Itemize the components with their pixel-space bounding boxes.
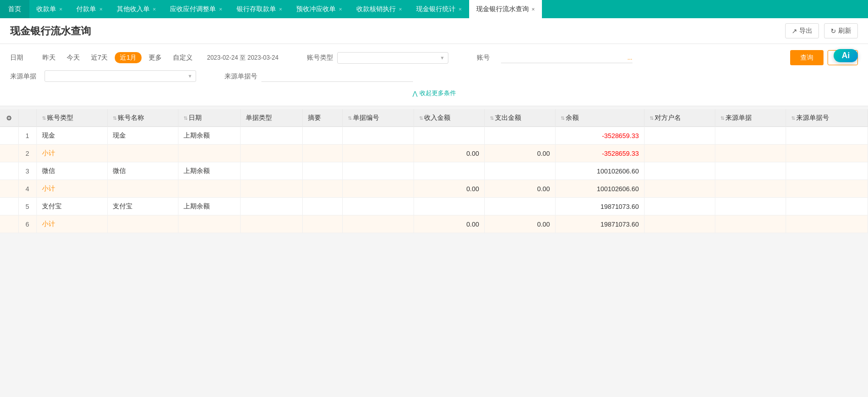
date-label: 日期 xyxy=(10,53,30,62)
cell-counterpart xyxy=(644,198,715,215)
gear-icon[interactable]: ⚙ xyxy=(6,114,12,122)
cell-summary xyxy=(303,162,343,180)
col-header-account_name[interactable]: ⇅账号名称 xyxy=(107,109,178,127)
source-doc-no-input[interactable] xyxy=(261,71,413,81)
date-range: 2023-02-24 至 2023-03-24 xyxy=(207,54,278,62)
nav-item-prepay-offset[interactable]: 预收冲应收单× xyxy=(289,0,349,18)
date-option-自定义[interactable]: 自定义 xyxy=(169,52,197,63)
nav-item-cash-bank-flow[interactable]: 现金银行流水查询× xyxy=(469,0,542,18)
nav-item-cash-bank-stat[interactable]: 现金银行统计× xyxy=(409,0,469,18)
col-header-doc_no[interactable]: ⇅单据编号 xyxy=(343,109,414,127)
col-header-account_type[interactable]: ⇅账号类型 xyxy=(36,109,107,127)
nav-item-bank-deposit[interactable]: 银行存取款单× xyxy=(230,0,289,18)
cell-balance: 100102606.60 xyxy=(555,180,644,198)
nav-item-payment[interactable]: 付款单× xyxy=(69,0,109,18)
cell-row_num: 5 xyxy=(18,198,36,215)
account-label: 账号 xyxy=(477,53,497,62)
col-header-source_doc_no[interactable]: ⇅来源单据号 xyxy=(786,109,867,127)
cell-income xyxy=(414,127,484,145)
date-option-更多[interactable]: 更多 xyxy=(145,52,166,63)
cell-doc_no xyxy=(343,145,414,162)
date-option-今天[interactable]: 今天 xyxy=(63,52,84,63)
col-header-income[interactable]: ⇅收入金额 xyxy=(414,109,484,127)
nav-item-home[interactable]: 首页 xyxy=(0,0,29,18)
cell-source_doc xyxy=(715,127,786,145)
cell-doc_no xyxy=(343,180,414,198)
close-icon[interactable]: × xyxy=(399,6,402,12)
top-nav: 首页收款单×付款单×其他收入单×应收应付调整单×银行存取款单×预收冲应收单×收款… xyxy=(0,0,868,18)
date-options: 昨天今天近7天近1月更多自定义 xyxy=(38,52,197,63)
cell-account_type: 小计 xyxy=(36,215,107,233)
close-icon[interactable]: × xyxy=(153,6,156,12)
cell-account_name xyxy=(107,215,178,233)
cell-doc_type xyxy=(240,215,302,233)
cell-row_num: 6 xyxy=(18,215,36,233)
cell-income: 0.00 xyxy=(414,215,484,233)
collapse-bar[interactable]: ⋀ 收起更多条件 xyxy=(10,87,858,100)
account-type-select[interactable]: ▾ xyxy=(337,52,448,64)
cell-account_name: 现金 xyxy=(107,127,178,145)
cell-doc_type xyxy=(240,180,302,198)
close-icon[interactable]: × xyxy=(459,6,462,12)
table-row: 1现金现金上期余额-3528659.33 xyxy=(0,127,868,145)
chevron-down-icon: ▾ xyxy=(441,55,444,61)
cell-doc_type xyxy=(240,145,302,162)
cell-date: 上期余额 xyxy=(178,127,240,145)
table-row: 5支付宝支付宝上期余额19871073.60 xyxy=(0,198,868,215)
cell-expense xyxy=(484,127,555,145)
cell-account_type: 现金 xyxy=(36,127,107,145)
collapse-label: 收起更多条件 xyxy=(420,89,456,98)
ai-badge[interactable]: Ai xyxy=(834,49,858,62)
cell-income xyxy=(414,162,484,180)
data-table: ⚙⇅账号类型⇅账号名称⇅日期单据类型摘要⇅单据编号⇅收入金额⇅支出金额⇅余额⇅对… xyxy=(0,109,868,233)
cell-row_num: 3 xyxy=(18,162,36,180)
source-doc-label: 来源单据 xyxy=(10,72,36,81)
cell-balance: 19871073.60 xyxy=(555,198,644,215)
close-icon[interactable]: × xyxy=(532,6,535,12)
cell-summary xyxy=(303,127,343,145)
cell-source_doc_no xyxy=(786,180,867,198)
cell-account_type: 小计 xyxy=(36,145,107,162)
nav-item-other-income[interactable]: 其他收入单× xyxy=(110,0,163,18)
cell-income xyxy=(414,198,484,215)
page-title: 现金银行流水查询 xyxy=(10,24,91,38)
date-option-昨天[interactable]: 昨天 xyxy=(38,52,60,63)
nav-item-receipt[interactable]: 收款单× xyxy=(29,0,69,18)
col-header-counterpart[interactable]: ⇅对方户名 xyxy=(644,109,715,127)
close-icon[interactable]: × xyxy=(99,6,102,12)
col-header-row_num xyxy=(18,109,36,127)
cell-account_name xyxy=(107,145,178,162)
filter-row-date: 日期 昨天今天近7天近1月更多自定义 2023-02-24 至 2023-03-… xyxy=(10,50,858,65)
col-header-gear: ⚙ xyxy=(0,109,18,127)
collapse-icon: ⋀ xyxy=(413,90,418,97)
cell-doc_no xyxy=(343,127,414,145)
cell-row_num: 2 xyxy=(18,145,36,162)
refresh-button[interactable]: ↻ 刷新 xyxy=(824,23,858,38)
cell-gear xyxy=(0,162,18,180)
close-icon[interactable]: × xyxy=(279,6,282,12)
source-doc-no-label: 来源单据号 xyxy=(224,72,257,81)
nav-item-ar-ap-adjust[interactable]: 应收应付调整单× xyxy=(163,0,229,18)
col-header-balance[interactable]: ⇅余额 xyxy=(555,109,644,127)
date-option-近1月[interactable]: 近1月 xyxy=(115,52,142,63)
close-icon[interactable]: × xyxy=(219,6,222,12)
col-header-source_doc[interactable]: ⇅来源单据 xyxy=(715,109,786,127)
cell-expense xyxy=(484,162,555,180)
date-option-近7天[interactable]: 近7天 xyxy=(87,52,112,63)
account-input[interactable] xyxy=(501,52,625,63)
export-button[interactable]: ↗ 导出 xyxy=(785,23,819,38)
close-icon[interactable]: × xyxy=(59,6,62,12)
cell-source_doc xyxy=(715,145,786,162)
cell-doc_type xyxy=(240,162,302,180)
cell-date xyxy=(178,145,240,162)
close-icon[interactable]: × xyxy=(339,6,342,12)
cell-counterpart xyxy=(644,127,715,145)
col-header-date[interactable]: ⇅日期 xyxy=(178,109,240,127)
more-dots[interactable]: ... xyxy=(627,54,632,61)
col-header-expense[interactable]: ⇅支出金额 xyxy=(484,109,555,127)
query-button[interactable]: 查询 xyxy=(790,50,824,65)
nav-item-receipt-verify[interactable]: 收款核销执行× xyxy=(349,0,409,18)
cell-income: 0.00 xyxy=(414,145,484,162)
cell-row_num: 1 xyxy=(18,127,36,145)
source-doc-select[interactable]: ▾ xyxy=(44,70,196,82)
